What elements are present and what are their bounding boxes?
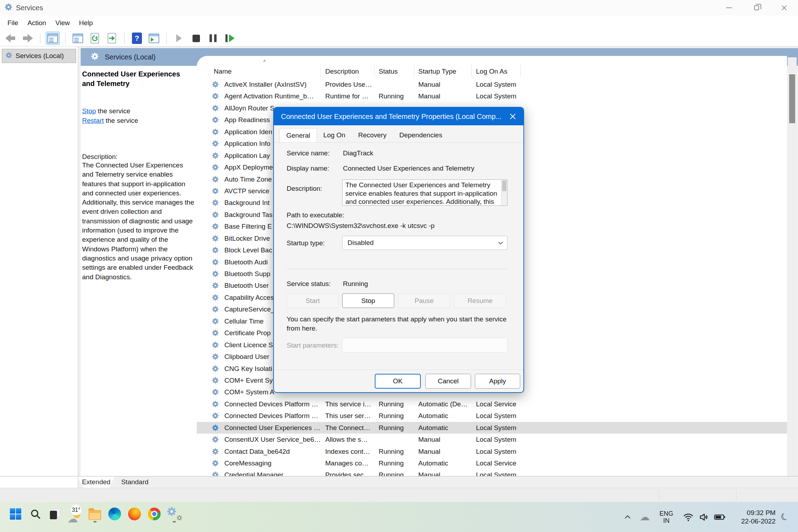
- tab-general[interactable]: General: [280, 128, 317, 142]
- back-button[interactable]: [4, 32, 18, 45]
- tab-extended[interactable]: Extended: [78, 476, 115, 488]
- tab-log-on[interactable]: Log On: [317, 128, 352, 142]
- properties-button[interactable]: [71, 32, 85, 45]
- menu-help[interactable]: Help: [74, 19, 97, 27]
- gear-icon: [166, 506, 177, 517]
- apply-button[interactable]: Apply: [475, 374, 520, 389]
- file-explorer-button[interactable]: [87, 505, 103, 522]
- start-service-button[interactable]: [172, 32, 186, 45]
- column-header-status[interactable]: Status: [379, 66, 398, 77]
- menu-file[interactable]: File: [3, 19, 23, 27]
- language-line1: ENG: [659, 510, 673, 517]
- table-row[interactable]: Connected Devices Platform …This user se…: [197, 410, 787, 422]
- services-gear-icon: [91, 52, 99, 62]
- taskbar-icons: 31° ☁: [8, 505, 182, 522]
- table-row[interactable]: Agent Activation Runtime_b…Runtime for ……: [197, 90, 787, 102]
- dialog-footer-divider: [274, 370, 523, 370]
- battery-icon[interactable]: [714, 512, 725, 522]
- column-divider[interactable]: [414, 64, 414, 77]
- volume-icon[interactable]: [699, 512, 709, 522]
- tab-standard[interactable]: Standard: [115, 476, 155, 488]
- status-strip: [0, 488, 798, 502]
- gear-icon: [212, 282, 219, 289]
- dialog-tabs: General Log On Recovery Dependencies: [280, 128, 449, 142]
- properties-icon: [73, 34, 83, 43]
- edge-button[interactable]: [107, 505, 122, 522]
- column-header-startup-type[interactable]: Startup Type: [418, 66, 456, 77]
- panel-header-label: Services (Local): [105, 53, 155, 61]
- pause-button[interactable]: Pause: [398, 293, 450, 308]
- help-button[interactable]: ?: [130, 32, 144, 45]
- chrome-button[interactable]: [147, 505, 162, 522]
- stop-button[interactable]: Stop: [342, 293, 394, 308]
- column-divider[interactable]: [471, 64, 472, 77]
- table-row[interactable]: Connected User Experiences …The Connect……: [197, 422, 787, 434]
- show-action-pane-button[interactable]: [147, 32, 161, 45]
- minimize-button[interactable]: [715, 0, 743, 16]
- tray-overflow-chevron-icon[interactable]: [625, 515, 631, 521]
- pause-service-button[interactable]: [206, 32, 220, 45]
- startup-type-dropdown[interactable]: Disabled: [342, 236, 507, 250]
- start-button-taskbar[interactable]: [8, 505, 23, 522]
- services-gear-icon: [5, 52, 12, 61]
- menu-action[interactable]: Action: [23, 19, 51, 27]
- table-row[interactable]: ConsentUX User Service_be6…Allows the s……: [197, 434, 787, 445]
- tree-node-services-local[interactable]: Services (Local): [2, 49, 76, 63]
- restart-service-button[interactable]: [223, 32, 237, 45]
- start-parameters-input[interactable]: [342, 338, 507, 353]
- dialog-close-button[interactable]: [509, 113, 516, 120]
- column-header-description[interactable]: Description: [325, 66, 359, 77]
- stop-service-button[interactable]: [189, 32, 203, 45]
- table-row[interactable]: Credential ManagerProvides sec…RunningMa…: [197, 469, 787, 476]
- resume-button[interactable]: Resume: [454, 293, 506, 308]
- dialog-description-box[interactable]: The Connected User Experiences and Telem…: [342, 179, 507, 206]
- refresh-button[interactable]: [88, 32, 102, 45]
- restart-service-link[interactable]: Restart: [82, 117, 104, 124]
- column-divider[interactable]: [520, 64, 521, 77]
- system-tray: ☁ ENG IN 09:32 PM 22-06-2022 ☾: [626, 502, 789, 532]
- gear-icon: [212, 104, 219, 112]
- firefox-button[interactable]: [127, 505, 142, 522]
- list-scrollbar[interactable]: [788, 57, 797, 476]
- column-divider[interactable]: [374, 64, 375, 77]
- start-button[interactable]: Start: [287, 293, 339, 308]
- description-scrollbar[interactable]: [501, 180, 507, 206]
- status-divider: [736, 490, 736, 501]
- gear-icon: [212, 400, 219, 408]
- app-gear-icon: [4, 3, 13, 13]
- table-row[interactable]: Connected Devices Platform …This service…: [197, 398, 787, 410]
- wifi-icon[interactable]: [683, 512, 694, 522]
- cancel-button[interactable]: Cancel: [425, 374, 471, 389]
- close-button[interactable]: [770, 0, 798, 16]
- dialog-description-text: The Connected User Experiences and Telem…: [345, 181, 497, 205]
- description-scrollbar-thumb[interactable]: [502, 181, 506, 191]
- list-bottom-edge: [0, 476, 798, 476]
- restore-button[interactable]: [743, 0, 770, 16]
- task-view-button[interactable]: [47, 505, 63, 522]
- gear-icon: [91, 52, 99, 61]
- language-indicator[interactable]: ENG IN: [659, 510, 673, 524]
- export-list-button[interactable]: [105, 32, 119, 45]
- column-divider[interactable]: [320, 64, 321, 77]
- onedrive-cloud-icon[interactable]: ☁: [639, 511, 649, 523]
- tab-recovery[interactable]: Recovery: [352, 128, 393, 142]
- widgets-weather-button[interactable]: 31° ☁: [67, 505, 83, 522]
- table-row[interactable]: CoreMessagingManages co…RunningAutomatic…: [197, 457, 787, 469]
- show-console-tree-button[interactable]: [46, 32, 60, 45]
- table-row[interactable]: Contact Data_be642dIndexes cont…RunningM…: [197, 446, 787, 457]
- table-row[interactable]: ActiveX Installer (AxInstSV)Provides Use…: [197, 79, 787, 90]
- scrollbar-thumb[interactable]: [789, 74, 795, 123]
- gear-icon: [212, 140, 219, 147]
- services-app-button[interactable]: [166, 505, 182, 522]
- clock[interactable]: 09:32 PM 22-06-2022: [741, 509, 775, 526]
- stop-service-link[interactable]: Stop: [82, 107, 96, 115]
- gear-icon: [212, 211, 219, 218]
- column-header-name[interactable]: Name: [214, 66, 232, 77]
- search-button[interactable]: [28, 505, 43, 522]
- menu-view[interactable]: View: [51, 19, 74, 27]
- column-header-log-on-as[interactable]: Log On As: [476, 66, 507, 77]
- menu-bar: File Action View Help: [0, 16, 798, 30]
- tab-dependencies[interactable]: Dependencies: [393, 128, 448, 142]
- ok-button[interactable]: OK: [375, 374, 421, 389]
- forward-button[interactable]: [21, 32, 35, 45]
